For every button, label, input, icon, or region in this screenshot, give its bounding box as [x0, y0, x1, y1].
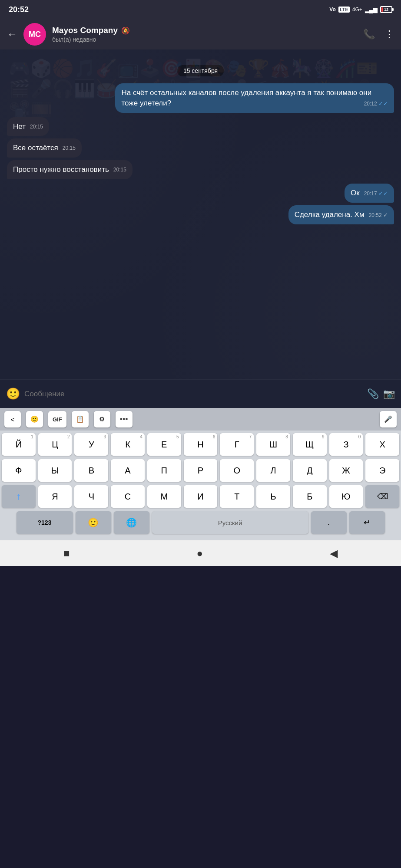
key-б[interactable]: Б — [293, 485, 327, 508]
key-э[interactable]: Э — [365, 459, 399, 482]
key-а[interactable]: А — [111, 459, 145, 482]
keyboard-settings-button[interactable]: ⚙ — [94, 411, 110, 427]
keyboard-emoji-icon: 🙂 — [30, 415, 39, 423]
key-shift[interactable]: ↑ — [2, 485, 36, 508]
message-input[interactable] — [24, 390, 363, 398]
key-г[interactable]: 7Г — [220, 433, 254, 456]
key-ш[interactable]: 8Ш — [256, 433, 290, 456]
date-label: 15 сентября — [177, 65, 224, 76]
chat-area: 🎮🎲🏀🎵🎸📺🕹️🎯🃏🎨🎭🏆🎪🎠🎡🎢🎫🎬🎤🎧🎹🥁🎺🎻🎼🎵🎶🎤📻📺📷📸📹🎥📽️🎞️ … — [0, 49, 401, 379]
key-м[interactable]: М — [147, 485, 181, 508]
attach-button[interactable]: 📎 — [367, 388, 379, 400]
nav-recent-apps-button[interactable]: ■ — [63, 547, 70, 559]
key-к[interactable]: 4К — [111, 433, 145, 456]
message-time: 20:15 — [63, 145, 76, 152]
key-о[interactable]: О — [220, 459, 254, 482]
message-time: 20:15 — [113, 166, 126, 174]
key-л[interactable]: Л — [256, 459, 290, 482]
keyboard-row-3: ↑ Я Ч С М И Т Ь Б Ю ⌫ — [2, 485, 399, 508]
keyboard-mic-button[interactable]: 🎤 — [380, 411, 397, 427]
keyboard-row-2: Ф Ы В А П Р О Л Д Ж Э — [2, 459, 399, 482]
key-з[interactable]: 0З — [329, 433, 363, 456]
input-bar: 🙂 📎 📷 — [0, 379, 401, 408]
keyboard-row-4: ?123 🙂 🌐 Русский . ↵ — [2, 511, 399, 537]
message-bubble: На счёт остальных каналов после удаления… — [115, 83, 394, 113]
keyboard-clipboard-icon: 📋 — [76, 415, 84, 423]
key-ю[interactable]: Ю — [329, 485, 363, 508]
message-text: Нет — [13, 122, 26, 131]
message-row: Все остаётся 20:15 — [7, 138, 394, 158]
key-т[interactable]: Т — [220, 485, 254, 508]
message-text: Сделка удалена. Хм — [295, 210, 365, 219]
emoji-button[interactable]: 🙂 — [6, 387, 20, 401]
key-period[interactable]: . — [311, 511, 347, 534]
keyboard-emoji-button[interactable]: 🙂 — [26, 411, 43, 427]
key-д[interactable]: Д — [293, 459, 327, 482]
contact-status: был(а) недавно — [52, 36, 357, 43]
keyboard-gif-button[interactable]: GIF — [48, 411, 66, 427]
nav-home-button[interactable]: ● — [197, 547, 203, 559]
key-п[interactable]: П — [147, 459, 181, 482]
back-button[interactable]: ← — [7, 28, 17, 40]
keyboard-dots-icon: ••• — [120, 415, 128, 424]
key-language[interactable]: 🌐 — [114, 511, 149, 534]
key-ч[interactable]: Ч — [74, 485, 108, 508]
more-menu-button[interactable]: ⋮ — [384, 29, 394, 40]
4g-label: 4G+ — [352, 7, 362, 13]
key-ж[interactable]: Ж — [329, 459, 363, 482]
keyboard-toolbar: < 🙂 GIF 📋 ⚙ ••• 🎤 — [0, 408, 401, 431]
message-row: На счёт остальных каналов после удаления… — [7, 83, 394, 113]
keyboard-gif-label: GIF — [53, 416, 62, 423]
key-ы[interactable]: Ы — [38, 459, 72, 482]
key-ь[interactable]: Ь — [256, 485, 290, 508]
key-щ[interactable]: 9Щ — [293, 433, 327, 456]
key-е[interactable]: 5Е — [147, 433, 181, 456]
key-backspace[interactable]: ⌫ — [365, 485, 399, 508]
key-у[interactable]: 3У — [74, 433, 108, 456]
keyboard-rows: 1Й 2Ц 3У 4К 5Е 6Н 7Г 8Ш 9Щ 0З Х Ф Ы В А … — [0, 431, 401, 540]
call-button[interactable]: 📞 — [363, 29, 375, 40]
message-bubble: Ок 20:17 ✓✓ — [345, 184, 394, 203]
contact-name: Mayos Company 🔕 — [52, 26, 357, 35]
key-я[interactable]: Я — [38, 485, 72, 508]
message-bubble: Просто нужно восстановить 20:15 — [7, 160, 133, 179]
signal-bars-icon: ▂▄▆ — [365, 7, 378, 13]
key-enter[interactable]: ↵ — [349, 511, 385, 534]
keyboard-back-button[interactable]: < — [4, 411, 21, 427]
avatar: MC — [23, 23, 46, 46]
message-time: 20:52 ✓ — [369, 211, 388, 219]
keyboard-more-button[interactable]: ••• — [116, 411, 133, 427]
key-spacebar[interactable]: Русский — [152, 511, 308, 534]
key-с[interactable]: С — [111, 485, 145, 508]
contact-info: Mayos Company 🔕 был(а) недавно — [52, 26, 357, 43]
keyboard-row-1: 1Й 2Ц 3У 4К 5Е 6Н 7Г 8Ш 9Щ 0З Х — [2, 433, 399, 456]
key-ц[interactable]: 2Ц — [38, 433, 72, 456]
key-numbers[interactable]: ?123 — [17, 511, 73, 534]
keyboard-clipboard-button[interactable]: 📋 — [72, 411, 89, 427]
key-в[interactable]: В — [74, 459, 108, 482]
key-н[interactable]: 6Н — [184, 433, 218, 456]
battery-percent: 12 — [381, 7, 391, 12]
keyboard-back-icon: < — [11, 416, 15, 423]
key-ф[interactable]: Ф — [2, 459, 36, 482]
mute-icon: 🔕 — [121, 26, 130, 35]
navigation-bar: ■ ● ◀ — [0, 540, 401, 566]
key-р[interactable]: Р — [184, 459, 218, 482]
key-й[interactable]: 1Й — [2, 433, 36, 456]
status-time: 20:52 — [9, 5, 29, 14]
message-bubble: Нет 20:15 — [7, 117, 49, 136]
key-и[interactable]: И — [184, 485, 218, 508]
date-separator: 15 сентября — [7, 65, 394, 76]
message-row: Сделка удалена. Хм 20:52 ✓ — [7, 205, 394, 224]
camera-button[interactable]: 📷 — [383, 388, 395, 400]
message-row: Просто нужно восстановить 20:15 — [7, 160, 394, 179]
message-ticks: ✓✓ — [378, 100, 388, 107]
keyboard-mic-icon: 🎤 — [384, 415, 392, 423]
status-icons: Vo LTE 4G+ ▂▄▆ 12 — [329, 6, 392, 13]
key-х[interactable]: Х — [365, 433, 399, 456]
key-emoji[interactable]: 🙂 — [76, 511, 111, 534]
nav-back-button[interactable]: ◀ — [330, 547, 338, 559]
chat-header: ← MC Mayos Company 🔕 был(а) недавно 📞 ⋮ — [0, 19, 401, 49]
lte-label: LTE — [338, 7, 350, 13]
keyboard: < 🙂 GIF 📋 ⚙ ••• 🎤 1Й 2Ц 3У 4К 5Е 6 — [0, 408, 401, 540]
